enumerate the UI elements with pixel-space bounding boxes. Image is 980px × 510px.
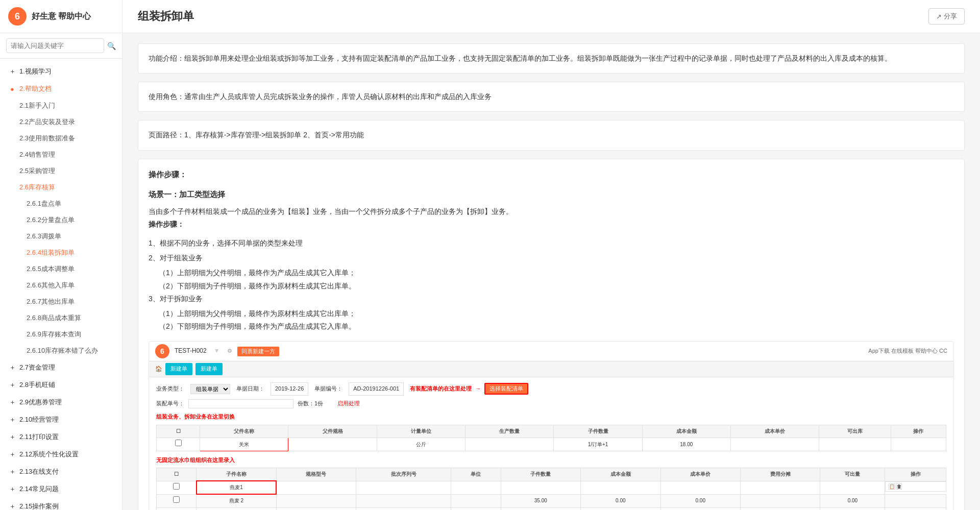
sidebar-item-cost[interactable]: 2.6.5成本调整单 [0,261,122,277]
collapse-icon: ● [8,85,16,93]
sidebar-item-label: 2.12系统个性化设置 [19,450,79,459]
sidebar-item-otheroutbound[interactable]: 2.6.7其他出库单 [0,294,122,310]
steps: 1、根据不同的业务，选择不同单据的类型来处理 2、对于组装业务 （1）上部明细为… [149,237,954,333]
sidebar-item-label: 2.10经营管理 [19,415,59,424]
sidebar-item-goodscost[interactable]: 2.6.8商品成本重算 [0,310,122,326]
col-cost-amt: 成本金额 [642,425,730,438]
sidebar-item-stockerror[interactable]: 2.6.10库存账本错了么办 [0,343,122,359]
content-body: 功能介绍：组装拆卸单用来处理企业组装或拆卸等加工业务，支持有固定装配清单的产品加… [122,33,980,510]
app-screenshot: 6 TEST-H002 ▼ ⚙ 同票新建一方 App下载 在线模板 帮助中心 C… [149,342,953,510]
scenario-desc: 当由多个子件材料组装成一个成品的业务为【组装】业务，当由一个父件拆分成多个子产品… [149,205,954,218]
sub-label: 装配单号： [156,399,184,409]
home-icon: 🏠 [155,364,162,374]
expand-icon: ＋ [8,485,16,493]
tab-new2[interactable]: 新建单 [195,363,223,375]
form-row2: 装配单号： 份数：1份 启用处理 [156,399,946,409]
main-content: 组装拆卸单 ↗ 分享 功能介绍：组装拆卸单用来处理企业组装或拆卸等加工业务，支持… [122,0,980,510]
sidebar-item-install[interactable]: 2.2产品安装及登录 [0,114,122,130]
search-input[interactable] [6,38,104,53]
sidebar-item-purchase[interactable]: 2.5采购管理 [0,163,122,179]
sidebar-item-label: 2.帮助文档 [19,84,52,93]
lh-cost-price: 成本单价 [660,468,740,481]
logo-text: 好生意 帮助中心 [32,11,91,22]
step3-sub2: （2）下部明细为子件明细，最终作为产成品生成其它入库单。 [149,320,954,333]
type-select[interactable]: 组装单据 拆卸单据 [190,384,230,394]
sidebar-item-print[interactable]: ＋ 2.11打印设置 [0,428,122,446]
sidebar-item-label: 2.8手机旺铺 [19,380,55,390]
date-label: 单据日期： [236,384,264,394]
search-icon[interactable]: 🔍 [107,42,116,50]
sidebar-item-mobile[interactable]: ＋ 2.8手机旺铺 [0,376,122,394]
sidebar-item-payment[interactable]: ＋ 2.13在线支付 [0,463,122,480]
col-parent-name: 父件名称 [200,425,288,438]
sidebar-item-customize[interactable]: ＋ 2.12系统个性化设置 [0,446,122,463]
sidebar-item-assembly[interactable]: 2.6.4组装拆卸单 [0,245,122,261]
sidebar-item-inventory[interactable]: 2.6库存核算 [0,179,122,196]
screenshot-preview: 6 TEST-H002 ▼ ⚙ 同票新建一方 App下载 在线模板 帮助中心 C… [149,341,954,510]
sidebar-item-label: 2.7资金管理 [19,363,55,372]
intro-text: 功能介绍：组装拆卸单用来处理企业组装或拆卸等加工业务，支持有固定装配清单的产品加… [149,52,954,65]
sidebar-item-label: 2.11打印设置 [19,432,59,442]
annotation-area1: 有装配清单的在这里处理 → 选择装配清单 [410,383,528,395]
path-text: 页面路径：1、库存核算->库存管理->组装拆卸单 2、首页->常用功能 [149,129,954,141]
role-block: 使用角色：通常由生产人员或库管人员完成拆装业务的操作，库管人员确认原材料的出库和… [138,82,965,112]
sidebar-item-sales[interactable]: 2.4销售管理 [0,147,122,163]
col-parent-spec: 父件规格 [288,425,377,438]
sidebar-item-newbie[interactable]: 2.1新手入门 [0,98,122,114]
sidebar-item-coupon[interactable]: ＋ 2.9优惠券管理 [0,394,122,411]
type-label: 业务类型： [156,384,184,394]
main-header: 组装拆卸单 ↗ 分享 [122,0,980,33]
step2: 2、对于组装业务 [149,252,954,264]
app-form: 业务类型： 组装单据 拆卸单据 单据日期： 2019-12-26 单据编号： A… [149,377,953,510]
sidebar-item-stocktake[interactable]: 2.6.1盘点单 [0,196,122,212]
sidebar-item-cases[interactable]: ＋ 2.15操作案例 [0,498,122,510]
sidebar-item-finance[interactable]: ＋ 2.7资金管理 [0,359,122,376]
sidebar: 6 好生意 帮助中心 🔍 ＋ 1.视频学习 ● 2.帮助文档 2.1新手入门 2… [0,0,122,510]
lh-batch: 批次序列号 [356,468,451,481]
step1: 1、根据不同的业务，选择不同单据的类型来处理 [149,237,954,250]
new-record-btn[interactable]: 同票新建一方 [237,347,279,356]
ops-steps-title: 操作步骤： [149,218,954,231]
lower-row2: 燕麦 2 35.00 0.00 0.00 0.00 [157,494,946,507]
sidebar-item-label: 2.14常见问题 [19,484,59,494]
sidebar-item-faq[interactable]: ＋ 2.14常见问题 [0,480,122,498]
sub-num-input[interactable] [188,399,293,408]
nav-list: ＋ 1.视频学习 ● 2.帮助文档 2.1新手入门 2.2产品安装及登录 2.3… [0,59,122,510]
sidebar-item-operation[interactable]: ＋ 2.10经营管理 [0,411,122,428]
sidebar-item-docs[interactable]: ● 2.帮助文档 [0,80,122,98]
col-action: 操作 [891,425,946,438]
sidebar-item-video[interactable]: ＋ 1.视频学习 [0,63,122,80]
expand-icon: ＋ [8,363,16,372]
copy-btn[interactable]: 📋 [889,483,895,490]
sidebar-header: 6 好生意 帮助中心 [0,0,122,33]
logo-icon: 6 [8,7,27,26]
step2-sub1: （1）上部明细为父件明细，最终作为产成品生成其它入库单； [149,266,954,279]
cell-op [891,438,946,451]
cell-check[interactable] [157,438,200,451]
del-btn[interactable]: 🗑 [896,483,902,490]
sidebar-item-transfer[interactable]: 2.6.3调拨单 [0,228,122,245]
sidebar-item-stockcheck[interactable]: 2.6.9库存账本查询 [0,326,122,343]
sidebar-item-partial[interactable]: 2.6.2分量盘点单 [0,212,122,228]
cell-spec [288,438,377,451]
select-bom-btn[interactable]: 选择装配清单 [484,383,528,395]
cell-parent-name: 关米 [200,438,288,451]
cell-cost-price [731,438,819,451]
upper-table-container: ☐ 父件名称 父件规格 计量单位 生产数量 子件数量 成本金额 成本单价 可出库 [156,425,946,451]
sidebar-item-prepare[interactable]: 2.3使用前数据准备 [0,130,122,147]
lh-cost-amt: 成本金额 [581,468,660,481]
num2-label: 份数：1份 [298,399,323,409]
lh-check: ☐ [157,468,197,481]
annotation1-text: 有装配清单的在这里处理 [410,385,472,392]
tab-new1[interactable]: 新建单 [165,363,192,375]
lower-table-container: ☐ 子件名称 规格型号 批次序列号 单位 子件数量 成本金额 成本单价 费用分摊 [156,468,946,510]
share-button[interactable]: ↗ 分享 [928,8,965,25]
lh-unit: 单位 [451,468,501,481]
sidebar-item-label: 2.15操作案例 [19,502,59,510]
expand-icon: ＋ [8,398,16,406]
sidebar-item-otherinbound[interactable]: 2.6.6其他入库单 [0,277,122,294]
lh-sub-qty: 子件数量 [501,468,580,481]
sidebar-item-label: 1.视频学习 [19,67,52,76]
share-label: 分享 [944,12,957,21]
lh-sub-name: 子件名称 [197,468,276,481]
